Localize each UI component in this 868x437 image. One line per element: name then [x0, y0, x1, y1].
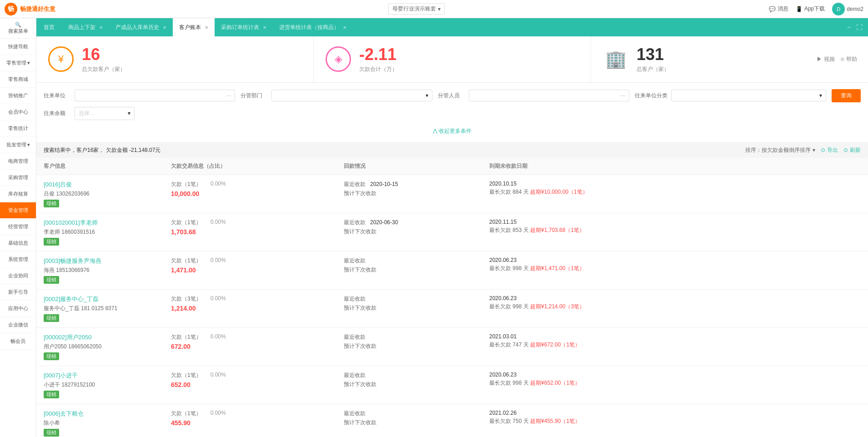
- collapse-row[interactable]: ⋀ 收起更多条件: [44, 125, 861, 138]
- sidebar-item-label: 资金管理: [8, 207, 28, 213]
- customer-name[interactable]: [0003]畅捷服务尹海燕: [44, 257, 171, 265]
- tab-maximize-icon[interactable]: ⛶: [854, 22, 864, 33]
- sidebar-item-finance[interactable]: 资金管理: [0, 202, 36, 219]
- overdue-info: 2021.02.26 最长欠款 750 天 超期¥455.90（1笔）: [489, 410, 861, 425]
- debt-row: 欠款（1笔） 1,471.00 0.00%: [171, 257, 344, 275]
- tab-home[interactable]: 首页: [36, 18, 62, 36]
- overdue-amount[interactable]: 超期¥1,703.68（1笔）: [530, 227, 585, 233]
- tab-close-icon[interactable]: ✕: [99, 25, 103, 30]
- overdue-days: 最长欠款 884 天 超期¥10,000.00（1笔）: [489, 188, 861, 196]
- debt-amount: 455.90: [171, 419, 201, 427]
- sort-select[interactable]: 排序：按欠款金额倒序排序 ▾: [745, 146, 815, 154]
- dots-icon: ···: [226, 92, 231, 99]
- next-payment-label: 预计下次收款: [344, 419, 376, 427]
- sidebar-item-guide[interactable]: 新手引导: [0, 284, 36, 301]
- view-btn[interactable]: ▶ 视频: [817, 55, 834, 63]
- message-btn[interactable]: 💬 消息: [769, 5, 788, 13]
- tab-purchase-order[interactable]: 采购订单统计表 ✕: [215, 18, 273, 36]
- content-area: 首页 商品上下架 ✕ 产成品入库单历史 ✕ 客户账本 ✕ 采购订单统计表 ✕: [36, 18, 868, 437]
- tab-customer-account[interactable]: 客户账本 ✕: [173, 18, 215, 36]
- sidebar-item-ecommerce[interactable]: 电商管理: [0, 153, 36, 170]
- sidebar-item-member-vip[interactable]: 畅会员: [0, 333, 36, 350]
- tab-close-icon[interactable]: ✕: [205, 25, 208, 30]
- overdue-amount[interactable]: 超期¥652.00（1笔）: [530, 380, 580, 386]
- help-btn[interactable]: ⊙ 帮助: [840, 55, 857, 63]
- overdue-amount[interactable]: 超期¥10,000.00（1笔）: [530, 189, 588, 195]
- sidebar-item-retail-shop[interactable]: 零售商城: [0, 71, 36, 88]
- tab-close-icon[interactable]: ✕: [263, 25, 266, 30]
- dept-label: 分管部门: [241, 92, 268, 100]
- customer-phone: 吕俊 13026203696: [44, 190, 171, 198]
- debt-info: 欠款（1笔） 652.00 0.00%: [171, 372, 344, 389]
- sidebar-item-batch-mgmt[interactable]: 批发管理 ▾: [0, 137, 36, 153]
- table-header: 客户信息 欠款交易信息（占比） 回款情况 到期未收款日期: [36, 158, 868, 175]
- debt-detail: 欠款（1笔） 1,703.68: [171, 219, 201, 236]
- sidebar-item-quick-nav[interactable]: 快捷导航: [0, 39, 36, 55]
- customer-name[interactable]: [0001020001]李老师: [44, 219, 171, 227]
- overdue-date: 2020.06.23: [489, 257, 861, 263]
- customer-name[interactable]: [0016]吕俊: [44, 181, 171, 189]
- return-info: 最近收款 预计下次收款: [344, 333, 489, 352]
- source-unit-label: 往来单位: [44, 92, 71, 100]
- debt-count: 欠款（1笔）: [171, 257, 201, 265]
- refresh-btn[interactable]: ⊙ 刷新: [843, 146, 861, 154]
- top-bar: 畅 畅捷通好生意 母婴行业演示账套 ▾ 💬 消息 📱 App下载 D demo2: [0, 0, 868, 18]
- overdue-amount[interactable]: 超期¥672.00（1笔）: [530, 342, 580, 348]
- last-payment-date: 2020-06-30: [370, 219, 398, 226]
- stat-info-1: 16 总欠款客户（家）: [82, 45, 125, 73]
- query-button[interactable]: 查询: [832, 89, 861, 102]
- results-actions: 排序：按欠款金额倒序排序 ▾ ⊙ 导出 ⊙ 刷新: [745, 146, 861, 154]
- unit-category-select[interactable]: ▾: [671, 90, 826, 101]
- last-payment-label: 最近收款: [344, 181, 366, 188]
- customer-name[interactable]: [0002]服务中心_丁磊: [44, 295, 171, 303]
- overdue-info: 2020.06.23 最长欠款 998 天 超期¥1,214.00（3笔）: [489, 295, 861, 311]
- debt-info: 欠款（1笔） 672.00 0.00%: [171, 333, 344, 351]
- header-return: 回款情况: [344, 162, 489, 170]
- app-download-btn[interactable]: 📱 App下载: [796, 5, 825, 13]
- customer-name[interactable]: [0006]去下粮仓: [44, 410, 171, 418]
- debt-count: 欠款（3笔）: [171, 295, 201, 303]
- balance-select[interactable]: 选择... ▾: [75, 107, 135, 120]
- sidebar-item-label: 新手引导: [8, 289, 28, 295]
- sidebar-item-basic-info[interactable]: 基础信息: [0, 235, 36, 251]
- company-chevron: ▾: [438, 6, 441, 12]
- user-area[interactable]: D demo2: [832, 3, 863, 15]
- debt-detail: 欠款（1笔） 455.90: [171, 410, 201, 427]
- search-menu-btn[interactable]: 🔍 搜索菜单: [0, 18, 36, 39]
- company-selector[interactable]: 母婴行业演示账套 ▾: [388, 3, 445, 15]
- tab-minimize-icon[interactable]: −: [845, 22, 853, 33]
- export-btn[interactable]: ⊙ 导出: [821, 146, 838, 154]
- customer-name[interactable]: [0007]小进干: [44, 372, 171, 380]
- sidebar-item-member[interactable]: 会员中心: [0, 104, 36, 121]
- sidebar-item-wechat[interactable]: 企业微信: [0, 317, 36, 333]
- sidebar-item-marketing[interactable]: 营销推广: [0, 88, 36, 104]
- sidebar-item-system[interactable]: 系统管理: [0, 251, 36, 268]
- sidebar-item-purchase[interactable]: 采购管理: [0, 170, 36, 186]
- dept-select[interactable]: ▾: [271, 90, 432, 101]
- data-table: 客户信息 欠款交易信息（占比） 回款情况 到期未收款日期 [0016]吕俊 吕俊…: [36, 158, 868, 437]
- customer-info: [0007]小进干 小进干 18279152100 现销: [44, 372, 171, 398]
- tab-production-history[interactable]: 产成品入库单历史 ✕: [109, 18, 173, 36]
- sidebar-item-operations[interactable]: 经营管理: [0, 219, 36, 235]
- tab-product-shelf[interactable]: 商品上下架 ✕: [62, 18, 109, 36]
- debt-detail: 欠款（1笔） 10,000.00: [171, 181, 201, 198]
- overdue-amount[interactable]: 超期¥455.90（1笔）: [530, 418, 580, 424]
- sidebar-item-app-center[interactable]: 应用中心: [0, 301, 36, 317]
- overdue-info: 2020.06.23 最长欠款 998 天 超期¥1,471.00（1笔）: [489, 257, 861, 272]
- tab-close-icon[interactable]: ✕: [343, 25, 346, 30]
- sidebar-item-inventory[interactable]: 库存核算: [0, 186, 36, 202]
- sidebar-item-enterprise[interactable]: 企业协同: [0, 268, 36, 284]
- customer-name[interactable]: [000002]用户2050: [44, 333, 171, 342]
- header-debt: 欠款交易信息（占比）: [171, 162, 344, 170]
- sidebar-item-retail-stat[interactable]: 零售统计: [0, 121, 36, 137]
- person-input[interactable]: ···: [469, 90, 629, 101]
- overdue-amount[interactable]: 超期¥1,214.00（3笔）: [530, 303, 585, 310]
- source-unit-input[interactable]: ···: [75, 90, 235, 101]
- tab-import-stat[interactable]: 进货单统计表（按商品） ✕: [273, 18, 353, 36]
- overdue-days: 最长欠款 998 天 超期¥1,471.00（1笔）: [489, 265, 861, 272]
- debt-info: 欠款（3笔） 1,214.00 0.00%: [171, 295, 344, 313]
- overdue-amount[interactable]: 超期¥1,471.00（1笔）: [530, 265, 585, 271]
- stat-value-customers: 16: [82, 45, 125, 64]
- tab-close-icon[interactable]: ✕: [163, 25, 166, 30]
- sidebar-item-retail-mgmt[interactable]: 零售管理 ▾: [0, 55, 36, 71]
